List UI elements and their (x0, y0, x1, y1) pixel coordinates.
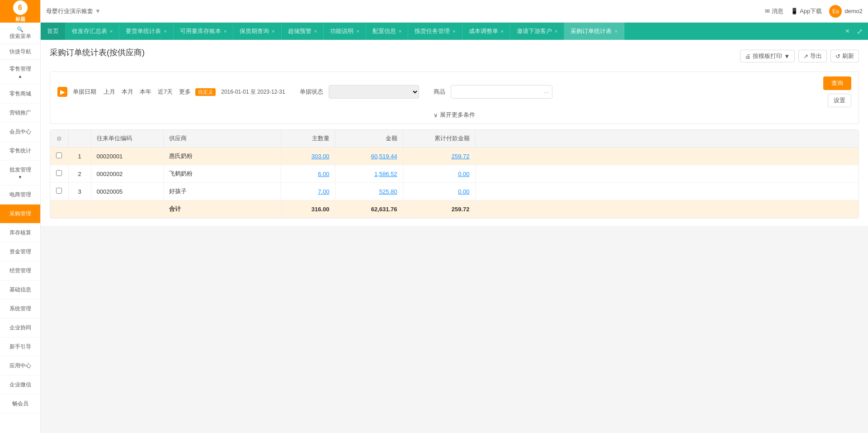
column-settings-icon[interactable]: ⚙ (57, 135, 62, 142)
tab-cost-adjust[interactable]: 成本调整单 × (462, 23, 510, 40)
sidebar-item-retail-stats[interactable]: 零售统计 (0, 142, 40, 161)
export-button[interactable]: ↗ 导出 (798, 50, 827, 62)
th-settings[interactable]: ⚙ (50, 130, 68, 148)
paid-link[interactable]: 0.00 (458, 171, 469, 177)
sidebar-item-member[interactable]: 会员中心 (0, 123, 40, 142)
sidebar-item-wholesale[interactable]: 批发管理 ▼ (0, 161, 40, 186)
sidebar-item-retail[interactable]: 零售管理 ▲ (0, 60, 40, 85)
dropdown-arrow-icon: ▼ (95, 8, 101, 14)
sidebar-item-finance[interactable]: 资金管理 (0, 243, 40, 262)
sidebar-item-marketing[interactable]: 营销推广 (0, 104, 40, 123)
date-btn-more[interactable]: 更多 (177, 87, 193, 97)
row-amount-cell[interactable]: 525.80 (335, 183, 403, 200)
qty-link[interactable]: 7.00 (318, 188, 329, 195)
template-print-button[interactable]: 🖨 按模板打印 ▼ (740, 50, 795, 62)
sidebar-item-vip[interactable]: 畅会员 (0, 395, 40, 414)
avatar: Ea (829, 5, 842, 18)
row-checkbox[interactable] (56, 152, 62, 158)
status-select[interactable] (329, 85, 419, 99)
tab-close-icon[interactable]: × (356, 29, 359, 34)
sidebar-item-inventory[interactable]: 库存核算 (0, 224, 40, 243)
row-paid-cell[interactable]: 0.00 (403, 183, 475, 200)
filter-toggle-button[interactable]: ▶ (57, 87, 67, 97)
top-right-buttons: 🖨 按模板打印 ▼ ↗ 导出 ↺ 刷新 (740, 50, 859, 62)
search-button[interactable]: 查询 (823, 76, 851, 90)
sidebar-item-label: 零售统计 (9, 148, 31, 154)
row-qty-cell[interactable]: 6.00 (281, 165, 335, 183)
sidebar: 6 标题 🔍 搜索菜单 快捷导航 零售管理 ▲ 零售商城 营销推广 会员中心 零… (0, 0, 41, 433)
paid-link[interactable]: 0.00 (458, 188, 469, 195)
goods-input-more-icon[interactable]: ··· (542, 89, 552, 95)
message-button[interactable]: ✉ 消息 (765, 7, 783, 15)
sidebar-item-basic[interactable]: 基础信息 (0, 281, 40, 300)
row-qty-cell[interactable]: 7.00 (281, 183, 335, 200)
tab-overstock[interactable]: 超储预警 × (282, 23, 324, 40)
row-paid-cell[interactable]: 0.00 (403, 165, 475, 183)
amount-link[interactable]: 60,519.44 (371, 153, 397, 160)
row-check-cell[interactable] (50, 165, 68, 183)
tab-close-icon[interactable]: × (164, 29, 166, 34)
tab-picking-task[interactable]: 拣货任务管理 × (408, 23, 462, 40)
qty-link[interactable]: 303.00 (311, 153, 330, 160)
sidebar-item-enterprise[interactable]: 企业协同 (0, 319, 40, 338)
sidebar-item-ecommerce[interactable]: 电商管理 (0, 186, 40, 205)
paid-link[interactable]: 259.72 (452, 153, 470, 160)
qty-link[interactable]: 6.00 (318, 171, 329, 177)
date-btn-thisyear[interactable]: 本年 (138, 87, 153, 97)
settings-button[interactable]: 设置 (828, 94, 851, 107)
sidebar-item-purchase[interactable]: 采购管理 (0, 205, 40, 224)
tab-close-icon[interactable]: × (614, 29, 617, 34)
tab-close-icon[interactable]: × (224, 29, 226, 34)
tab-close-icon[interactable]: × (555, 29, 557, 34)
tab-invite-downstream[interactable]: 邀请下游客户 × (510, 23, 564, 40)
row-check-cell[interactable] (50, 183, 68, 200)
tab-goods-stats[interactable]: 要货单统计表 × (119, 23, 173, 40)
tab-close-icon[interactable]: × (399, 29, 401, 34)
sidebar-shortcut[interactable]: 快捷导航 (0, 44, 40, 60)
sidebar-item-newbie[interactable]: 新手引导 (0, 338, 40, 357)
tab-func-desc[interactable]: 功能说明 × (324, 23, 366, 40)
app-download-button[interactable]: 📱 App下载 (791, 7, 822, 15)
tab-expiry[interactable]: 保质期查询 × (233, 23, 281, 40)
date-custom-badge[interactable]: 自定义 (195, 88, 216, 96)
tab-close-icon[interactable]: × (314, 29, 317, 34)
tab-close-icon[interactable]: × (501, 29, 504, 34)
row-amount-cell[interactable]: 1,586.52 (335, 165, 403, 183)
tab-purchase-stats[interactable]: 采购订单统计表 × (564, 23, 624, 40)
sidebar-search[interactable]: 🔍 搜索菜单 (0, 23, 40, 44)
row-amount-cell[interactable]: 60,519.44 (335, 148, 403, 165)
date-btn-lastmonth[interactable]: 上月 (102, 87, 117, 97)
table-row: 1 00020001 惠氏奶粉 303.00 60,519.44 259.72 (50, 148, 859, 165)
tab-receive-send[interactable]: 收发存汇总表 × (66, 23, 119, 40)
sidebar-item-operation[interactable]: 经营管理 (0, 262, 40, 281)
amount-link[interactable]: 525.80 (379, 188, 397, 195)
tab-close-icon[interactable]: × (272, 29, 274, 34)
row-check-cell[interactable] (50, 148, 68, 165)
sidebar-item-system[interactable]: 系统管理 (0, 300, 40, 319)
tab-home[interactable]: 首页 (41, 23, 66, 40)
tab-close-icon[interactable]: × (453, 29, 455, 34)
row-extra-cell (475, 183, 859, 200)
row-checkbox[interactable] (56, 188, 62, 194)
row-paid-cell[interactable]: 259.72 (403, 148, 475, 165)
goods-input[interactable] (451, 87, 542, 97)
row-checkbox[interactable] (56, 170, 62, 176)
refresh-button[interactable]: ↺ 刷新 (830, 50, 859, 62)
user-menu[interactable]: Ea demo2 (829, 5, 863, 18)
tab-close-icon[interactable]: × (110, 29, 113, 34)
tab-available-stock[interactable]: 可用量库存账本 × (174, 23, 233, 40)
close-tab-button[interactable]: × (844, 26, 851, 36)
sidebar-item-label: 经营管理 (9, 267, 31, 274)
tab-config[interactable]: 配置信息 × (366, 23, 408, 40)
date-btn-7days[interactable]: 近7天 (156, 87, 175, 97)
industry-selector[interactable]: 母婴行业演示账套 ▼ (46, 7, 101, 15)
row-qty-cell[interactable]: 303.00 (281, 148, 335, 165)
expand-more-conditions[interactable]: ∨ 展开更多条件 (434, 111, 475, 119)
amount-link[interactable]: 1,586.52 (374, 171, 397, 177)
minimize-tab-button[interactable]: ⤢ (855, 26, 864, 37)
sidebar-item-retail-shop[interactable]: 零售商城 (0, 85, 40, 104)
sidebar-item-label: 基础信息 (9, 286, 31, 293)
sidebar-item-corpwechat[interactable]: 企业微信 (0, 376, 40, 395)
date-btn-thismonth[interactable]: 本月 (120, 87, 135, 97)
sidebar-item-appcenter[interactable]: 应用中心 (0, 357, 40, 376)
